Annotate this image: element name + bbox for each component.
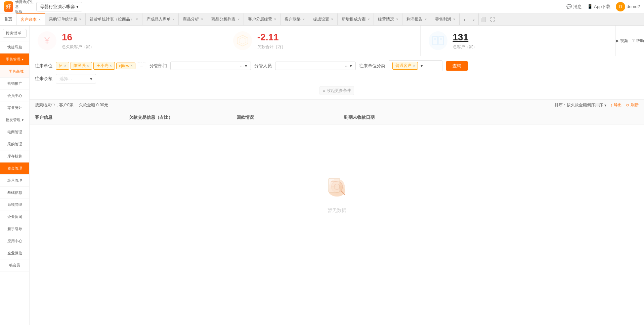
refresh-btn[interactable]: ↻ 刷新 <box>626 102 639 108</box>
collapse-btn[interactable]: ∧ 收起更多条件 <box>319 86 354 95</box>
chevron-down-icon: ▾ <box>76 4 79 9</box>
sidebar-item-retail-mall[interactable]: 零售商城 <box>0 66 29 78</box>
tab-expand[interactable]: ⬜ <box>478 13 488 25</box>
sidebar-search-area <box>0 26 29 41</box>
svg-rect-1 <box>439 37 443 45</box>
chevron-down-icon: ▾ <box>22 58 24 61</box>
unit-type-select[interactable]: 普通客户 × ▾ <box>389 60 442 71</box>
sidebar-item-basic-info[interactable]: 基础信息 <box>0 187 29 199</box>
customers-value: 16 <box>62 32 94 43</box>
sort-select[interactable]: 排序：按欠款金额倒序排序 ▾ <box>555 102 606 108</box>
help-btn[interactable]: ? 帮助 <box>632 38 644 44</box>
sidebar-item-inventory[interactable]: 库存核算 <box>0 150 29 162</box>
tab-product-analysis[interactable]: 商品分析 × <box>179 13 207 25</box>
col-repayment: 回款情况 <box>237 114 344 120</box>
svg-rect-0 <box>433 37 437 45</box>
search-input[interactable] <box>3 29 27 38</box>
tag-close-wu[interactable]: × <box>64 64 66 68</box>
help-icon: ? <box>632 38 635 43</box>
tab-scroll-right[interactable]: › <box>469 13 478 25</box>
message-btn[interactable]: 💬 消息 <box>566 4 582 10</box>
sidebar-item-app-center[interactable]: 应用中心 <box>0 235 29 247</box>
col-debt-info: 欠款交易信息（占比） <box>129 114 237 120</box>
tag-close-chen[interactable]: × <box>87 64 89 68</box>
tab-close-icon[interactable]: × <box>425 17 427 21</box>
sidebar-item-enterprise[interactable]: 企业协同 <box>0 211 29 223</box>
tab-close-icon[interactable]: × <box>453 17 455 21</box>
table-area: 客户信息 欠款交易信息（占比） 回款情况 到期未收款日期 <box>30 111 644 325</box>
sidebar-item-ecommerce[interactable]: 电商管理 <box>0 126 29 138</box>
tab-add-commission[interactable]: 新增提成方案 × <box>338 13 374 25</box>
filter-more-btn[interactable]: ... <box>137 63 146 69</box>
tab-product-analysis-list[interactable]: 商品分析列表 × <box>207 13 244 25</box>
export-btn[interactable]: ↑ 导出 <box>610 102 622 108</box>
tab-close-icon[interactable]: × <box>201 17 203 21</box>
person-select[interactable]: ··· ▾ <box>275 62 356 70</box>
tab-purchase-stats[interactable]: 进货单统计表（按商品） × <box>86 13 142 25</box>
tab-scroll-left[interactable]: ‹ <box>460 13 469 25</box>
tab-profit-report[interactable]: 利润报告 × <box>402 13 431 25</box>
dept-label: 分管部门 <box>149 63 167 69</box>
refresh-icon: ↻ <box>626 103 629 108</box>
col-overdue-date: 到期未收款日期 <box>344 114 639 120</box>
tab-close-icon[interactable]: × <box>396 17 398 21</box>
message-icon: 💬 <box>566 4 572 9</box>
unit-type-close[interactable]: × <box>413 64 415 68</box>
tab-retail-profit[interactable]: 零售利润 × <box>431 13 460 25</box>
svg-rect-9 <box>329 178 340 192</box>
sidebar-item-wholesale-mgmt[interactable]: 批发管理 ▾ <box>0 114 29 126</box>
app-icon: 📱 <box>587 4 593 9</box>
tab-close-icon[interactable]: × <box>79 17 81 21</box>
sidebar-item-system[interactable]: 系统管理 <box>0 199 29 211</box>
tab-close-icon[interactable]: × <box>39 18 41 22</box>
sidebar-item-retail-stats[interactable]: 零售统计 <box>0 102 29 114</box>
tag-close-cjttcw[interactable]: × <box>131 64 133 68</box>
chevron-down-icon: ▾ <box>22 118 24 122</box>
total-value: 131 <box>453 32 477 43</box>
filter-row-2: 往来余额 选择... ▾ <box>35 74 639 83</box>
tab-purchase-order[interactable]: 采购订单统计表 × <box>45 13 86 25</box>
avatar: D <box>616 2 625 11</box>
filter-row-1: 往来单位 伍 × 陈民强 × 王小亮 × cjttcw <box>35 60 639 71</box>
sidebar-item-finance[interactable]: 资金管理 <box>0 162 29 175</box>
dept-select[interactable]: ··· ▾ <box>170 62 251 70</box>
sidebar-item-marketing[interactable]: 营销推广 <box>0 78 29 90</box>
tab-close-icon[interactable]: × <box>136 17 138 21</box>
tab-close-icon[interactable]: × <box>331 17 333 21</box>
sidebar-item-wechat[interactable]: 企业微信 <box>0 247 29 259</box>
tab-close-icon[interactable]: × <box>274 17 276 21</box>
tab-close-icon[interactable]: × <box>368 17 370 21</box>
tab-finished-goods[interactable]: 产成品入库单 × <box>142 13 179 25</box>
tab-home[interactable]: 首页 <box>0 13 16 25</box>
sidebar-item-operation[interactable]: 经营管理 <box>0 175 29 187</box>
balance-select[interactable]: 选择... ▾ <box>56 74 96 83</box>
top-header: 好 畅捷通好生意 标版 母婴行业演示帐套 ▾ 💬 消息 📱 App下载 D de… <box>0 0 644 13</box>
tab-business[interactable]: 经营情况 × <box>374 13 402 25</box>
user-btn[interactable]: D demo2 <box>616 2 640 11</box>
sidebar-item-member[interactable]: 畅会员 <box>0 259 29 272</box>
sidebar-item-quick-nav[interactable]: 快捷导航 <box>0 41 29 53</box>
sidebar-item-retail-mgmt[interactable]: 零售管理 ▾ <box>0 53 29 66</box>
tab-bar: 首页 客户账本 × 采购订单统计表 × 进货单统计表（按商品） × 产成品入库单… <box>0 13 644 26</box>
sidebar-item-purchase-mgmt[interactable]: 采购管理 <box>0 138 29 150</box>
tab-fullscreen[interactable]: ⛶ <box>488 13 497 25</box>
tab-customer-layer[interactable]: 客户分层经营 × <box>244 13 281 25</box>
tab-customer-contact[interactable]: 客户联络 × <box>281 13 309 25</box>
sidebar-item-newbie[interactable]: 新手引导 <box>0 223 29 235</box>
main-layout: 快捷导航 零售管理 ▾ 零售商城 营销推广 会员中心 零售统计 批发管理 ▾ 电… <box>0 26 644 325</box>
video-btn[interactable]: ▶ 视频 <box>616 38 628 44</box>
company-select[interactable]: 母婴行业演示帐套 ▾ <box>36 2 82 11</box>
tab-close-icon[interactable]: × <box>303 17 305 21</box>
tab-commission-settings[interactable]: 提成设置 × <box>309 13 338 25</box>
result-actions: 排序：按欠款金额倒序排序 ▾ ↑ 导出 ↻ 刷新 <box>555 102 639 108</box>
video-icon: ▶ <box>616 38 619 43</box>
search-button[interactable]: 查询 <box>446 61 468 71</box>
sidebar-item-member-center[interactable]: 会员中心 <box>0 90 29 102</box>
app-download-btn[interactable]: 📱 App下载 <box>587 4 610 10</box>
tag-close-wang[interactable]: × <box>110 64 112 68</box>
tab-close-icon[interactable]: × <box>238 17 240 21</box>
export-icon: ↑ <box>610 103 612 108</box>
tab-close-icon[interactable]: × <box>173 17 175 21</box>
tab-customer-ledger[interactable]: 客户账本 × <box>16 13 45 25</box>
unit-type-tag: 普通客户 × <box>392 62 418 70</box>
